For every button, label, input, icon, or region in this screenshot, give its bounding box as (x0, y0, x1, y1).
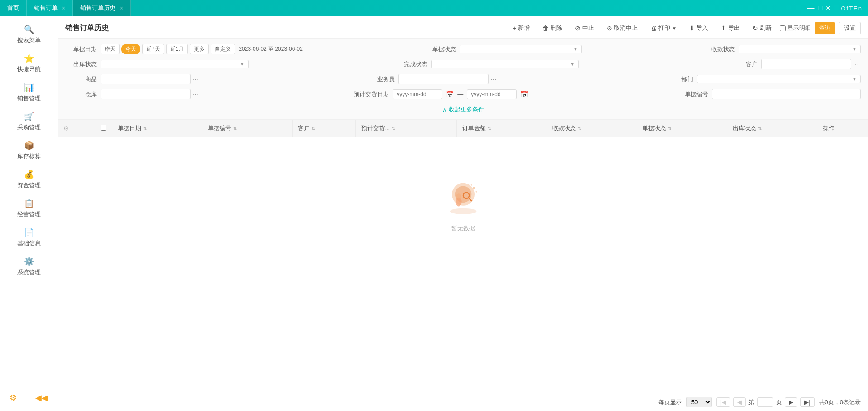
th-date-label: 单据日期 (118, 124, 141, 132)
customer-dots-icon[interactable]: ··· (851, 60, 861, 68)
th-checkbox[interactable] (95, 120, 112, 137)
stop-button[interactable]: ⊘ 中止 (571, 22, 599, 34)
th-order-status[interactable]: 单据状态 ⇅ (637, 120, 727, 137)
stop-label: 中止 (582, 24, 594, 32)
top-bar-minimize-icon[interactable]: □ (818, 4, 822, 12)
display-toggle[interactable]: 显示明细 (780, 24, 811, 32)
display-toggle-checkbox[interactable] (780, 25, 786, 31)
per-page-select[interactable]: 50 20 100 200 (686, 397, 712, 407)
base-info-icon: 📄 (24, 227, 34, 237)
th-date[interactable]: 单据日期 ⇅ (112, 120, 202, 137)
th-amount[interactable]: 订单金额 ⇅ (457, 120, 547, 137)
th-customer-label: 客户 (298, 124, 310, 132)
th-settings[interactable]: ⚙ (58, 120, 95, 137)
settings-button[interactable]: 设置 (839, 22, 861, 34)
sidebar-item-operations[interactable]: 📋 经营管理 (0, 194, 58, 223)
query-button[interactable]: 查询 (815, 22, 835, 34)
sidebar-item-finance[interactable]: 💰 资金管理 (0, 165, 58, 194)
th-outbound-status[interactable]: 出库状态 ⇅ (727, 120, 817, 137)
dept-label: 部门 (662, 75, 693, 83)
page-number-input[interactable]: 1 (757, 397, 773, 407)
next-page-button[interactable]: ▶ (785, 397, 797, 407)
payment-status-select[interactable]: ▼ (739, 45, 861, 53)
sidebar-item-inventory[interactable]: 📦 库存核算 (0, 136, 58, 165)
total-text: 共0页，0条记录 (819, 398, 861, 406)
purchase-icon: 🛒 (24, 111, 34, 121)
table-wrapper[interactable]: ⚙ 单据日期 ⇅ 单据编号 (58, 120, 868, 393)
sidebar: 🔍 搜索菜单 ⭐ 快捷导航 📊 销售管理 🛒 采购管理 📦 库存核算 💰 资金管… (0, 16, 58, 411)
complete-arrow-icon: ▼ (570, 62, 575, 67)
top-bar-close-icon[interactable]: — (807, 4, 814, 12)
filter-area: 单据日期 昨天 今天 近7天 近1月 更多 自定义 2023-06-02 至 2… (58, 39, 868, 120)
date-btn-last-month[interactable]: 近1月 (166, 44, 188, 54)
salesman-input[interactable] (398, 74, 489, 84)
settings-bottom-icon[interactable]: ⚙ (10, 393, 17, 403)
sidebar-item-sales[interactable]: 📊 销售管理 (0, 78, 58, 107)
tab-sales-order-close[interactable]: × (62, 5, 65, 11)
th-order-status-sort-icon: ⇅ (668, 126, 671, 131)
sales-icon: 📊 (24, 82, 34, 92)
first-page-button[interactable]: |◀ (716, 397, 730, 407)
sidebar-item-search-menu[interactable]: 🔍 搜索菜单 (0, 20, 58, 49)
delete-button[interactable]: 🗑 删除 (538, 22, 567, 34)
collapse-label: 收起更多条件 (449, 106, 484, 114)
date-btn-custom[interactable]: 自定义 (211, 44, 235, 54)
goods-dots-icon[interactable]: ··· (191, 75, 200, 83)
th-no-label: 单据编号 (208, 124, 231, 132)
date-from-input[interactable] (393, 89, 442, 99)
tab-sales-history-close[interactable]: × (120, 5, 123, 11)
tab-sales-order[interactable]: 销售订单 × (27, 0, 73, 16)
sidebar-item-quick-nav-label: 快捷导航 (17, 65, 41, 73)
prev-page-button[interactable]: ◀ (733, 397, 746, 407)
customer-input[interactable] (761, 59, 851, 69)
sidebar-item-quick-nav[interactable]: ⭐ 快捷导航 (0, 49, 58, 78)
tab-sales-history[interactable]: 销售订单历史 × (73, 0, 131, 16)
tab-home[interactable]: 首页 (0, 0, 27, 16)
new-button[interactable]: + 新增 (508, 22, 534, 34)
settings-gear-icon[interactable]: ⚙ (63, 125, 69, 132)
th-customer[interactable]: 客户 ⇅ (292, 120, 356, 137)
calendar-to-icon[interactable]: 📅 (520, 91, 528, 98)
refresh-button[interactable]: ↻ 刷新 (748, 22, 776, 34)
empty-state-cell: 暂无数据 (58, 137, 868, 251)
order-no-input[interactable] (712, 89, 861, 99)
status-select[interactable]: ▼ (460, 45, 582, 53)
sidebar-item-sys-mgmt[interactable]: ⚙️ 系统管理 (0, 252, 58, 281)
top-bar-x-icon[interactable]: × (826, 4, 830, 12)
th-no[interactable]: 单据编号 ⇅ (202, 120, 292, 137)
th-payment-status[interactable]: 收款状态 ⇅ (547, 120, 637, 137)
collapse-bar[interactable]: ∧ 收起更多条件 (65, 104, 861, 114)
th-customer-sort-icon: ⇅ (312, 126, 315, 131)
th-expected[interactable]: 预计交货... ⇅ (356, 120, 457, 137)
import-button[interactable]: ⬇ 导入 (685, 22, 713, 34)
warehouse-dots-icon[interactable]: ··· (191, 90, 200, 98)
last-page-button[interactable]: ▶| (800, 397, 814, 407)
goods-input[interactable] (101, 74, 191, 84)
date-to-input[interactable] (467, 89, 517, 99)
goods-label: 商品 (65, 75, 97, 83)
select-all-checkbox[interactable] (101, 125, 106, 131)
salesman-dots-icon[interactable]: ··· (489, 75, 498, 83)
data-table: ⚙ 单据日期 ⇅ 单据编号 (58, 120, 868, 251)
complete-label: 完成状态 (396, 60, 427, 68)
date-btn-today[interactable]: 今天 (121, 44, 140, 54)
calendar-from-icon[interactable]: 📅 (446, 91, 454, 98)
table-header-row: ⚙ 单据日期 ⇅ 单据编号 (58, 120, 868, 137)
sidebar-item-base-info[interactable]: 📄 基础信息 (0, 223, 58, 252)
expected-date-label: 预计交货日期 (348, 90, 389, 98)
warehouse-input[interactable] (101, 89, 191, 99)
date-btn-yesterday[interactable]: 昨天 (101, 44, 120, 54)
outbound-select[interactable]: ▼ (101, 60, 249, 68)
filter-row-4: 仓库 ··· 预计交货日期 📅 — 📅 单据编号 (65, 89, 861, 99)
th-amount-label: 订单金额 (462, 124, 486, 132)
dept-select[interactable]: ▼ (697, 75, 861, 83)
sidebar-item-purchase[interactable]: 🛒 采购管理 (0, 107, 58, 136)
cancel-stop-button[interactable]: ⊘ 取消中止 (602, 22, 642, 34)
complete-select[interactable]: ▼ (431, 60, 579, 68)
svg-point-9 (456, 193, 461, 199)
print-button[interactable]: 🖨 打印 ▼ (646, 22, 681, 34)
export-button[interactable]: ⬆ 导出 (716, 22, 744, 34)
date-btn-more[interactable]: 更多 (190, 44, 209, 54)
sound-bottom-icon[interactable]: ◀◀ (35, 393, 48, 403)
date-btn-last7[interactable]: 近7天 (142, 44, 164, 54)
